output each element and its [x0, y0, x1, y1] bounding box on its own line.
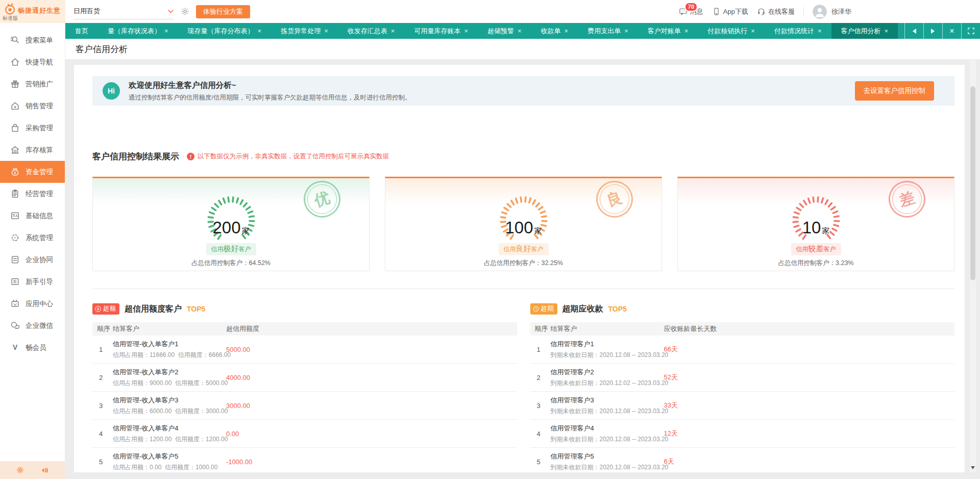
fullscreen-button[interactable]: [961, 23, 980, 39]
sidebar-item[interactable]: 经营管理: [0, 183, 65, 205]
tab[interactable]: 首页 ×: [65, 23, 98, 39]
sidebar-nav: 搜索菜单 快捷导航 营销推广 ¥ 销售管理: [0, 23, 65, 358]
sidebar-item[interactable]: 新 新手引导: [0, 271, 65, 293]
tab[interactable]: 收款单 ×: [531, 23, 578, 39]
seal-good-stamp: 良: [592, 176, 638, 223]
sample-data-notice: ! 以下数据仅为示例，非真实数据，设置了信用控制后可展示真实数据: [187, 152, 389, 161]
tab-close-icon[interactable]: ×: [751, 27, 755, 35]
tab-close-icon[interactable]: ×: [324, 27, 328, 35]
brand-edition: 标准版: [3, 15, 18, 22]
seal-poor-stamp: 差: [884, 176, 930, 223]
topbar-right: 消息 70 App下载 在线客服 徐泽华: [679, 0, 851, 23]
messages-button[interactable]: 消息 70: [679, 7, 703, 16]
sidebar-item[interactable]: V 畅会员: [0, 337, 65, 358]
share-text: 占总信用控制客户：32.25%: [385, 259, 662, 268]
credit-cards: 200家 信用极好客户 占总信用控制客户：64.52% 优 100家 信用良好客: [92, 177, 954, 271]
over-credit-badge: ¥超额: [92, 303, 119, 315]
sidebar-item[interactable]: 快捷导航: [0, 51, 65, 73]
app-download-button[interactable]: App下载: [712, 7, 748, 16]
brand-logo-icon: [4, 3, 16, 15]
sidebar-item[interactable]: 企业微信: [0, 315, 65, 337]
industry-solution-button[interactable]: 体验行业方案: [196, 5, 250, 18]
phone-icon: [712, 7, 721, 16]
scroll-down-arrow[interactable]: [971, 466, 975, 471]
sidebar-item[interactable]: A 基础信息: [0, 205, 65, 227]
setup-credit-control-button[interactable]: 去设置客户信用控制: [855, 81, 935, 101]
online-service-button[interactable]: 在线客服: [757, 7, 795, 16]
content-panel: Hi 欢迎使用好生意客户信用分析~ 通过控制结算客户的信用额度/信用期限，可实时…: [74, 65, 965, 472]
tab-scroll-right-button[interactable]: [923, 23, 942, 39]
tab[interactable]: 客户对账单 ×: [638, 23, 698, 39]
sidebar-item[interactable]: 营销推广: [0, 73, 65, 95]
vertical-scrollbar[interactable]: [970, 60, 976, 472]
org-select[interactable]: 日用百货: [74, 4, 174, 19]
tab-close-icon[interactable]: ×: [464, 27, 468, 35]
chevron-down-icon: [168, 10, 174, 13]
gauge: 10家: [787, 196, 846, 247]
divider: [92, 289, 954, 289]
tab[interactable]: 付款核销执行 ×: [698, 23, 765, 39]
top5-label: TOP5: [187, 305, 205, 313]
table-title: 超期应收款: [562, 304, 603, 315]
credit-level-badge: 信用较差客户: [791, 243, 841, 255]
table-title: 超信用额度客户: [125, 304, 182, 315]
sidebar-item[interactable]: 库存核算: [0, 139, 65, 161]
sidebar-item-icon: [10, 145, 20, 155]
settings-gear-icon[interactable]: [16, 466, 24, 474]
share-text: 占总信用控制客户：64.52%: [93, 259, 369, 268]
sidebar-item[interactable]: 企业协同: [0, 249, 65, 271]
tab-close-icon[interactable]: ×: [624, 27, 628, 35]
gauge: 200家: [202, 196, 261, 247]
topbar: 畅捷通好生意 标准版 日用百货 体验行业方案 消息 70: [0, 0, 980, 23]
sidebar-item-icon: [10, 123, 20, 133]
tab[interactable]: 付款情况统计 ×: [765, 23, 831, 39]
settings-gear-icon[interactable]: [181, 7, 189, 16]
overdue-badge: 超期: [530, 303, 557, 315]
tab[interactable]: 拣货异常处理 ×: [271, 23, 338, 39]
table-row: 1 信用管理-收入单客户1 信用占用额：11666.00 信用额度：6666.0…: [92, 336, 517, 364]
sidebar-item[interactable]: ¥ 销售管理: [0, 95, 65, 117]
sidebar-item[interactable]: 系统管理: [0, 227, 65, 249]
tab[interactable]: 现存量（库存分布表） ×: [178, 23, 272, 39]
sidebar-item-icon: 新: [10, 277, 20, 286]
sidebar-item[interactable]: 搜索菜单: [0, 29, 65, 51]
collapse-sidebar-icon[interactable]: [40, 467, 48, 474]
tab-close-icon[interactable]: ×: [818, 27, 822, 35]
hi-icon: Hi: [103, 82, 120, 100]
content-area: Hi 欢迎使用好生意客户信用分析~ 通过控制结算客户的信用额度/信用期限，可实时…: [65, 59, 980, 479]
tab[interactable]: 费用支出单 ×: [578, 23, 638, 39]
user-name: 徐泽华: [831, 7, 851, 16]
sidebar-item-icon: [10, 233, 20, 243]
credit-card-poor: 10家 信用较差客户 占总信用控制客户：3.23% 差: [677, 177, 954, 271]
yen-circle-icon: ¥: [95, 306, 101, 312]
warning-icon: !: [187, 153, 194, 160]
avatar[interactable]: [813, 5, 827, 19]
sidebar-item[interactable]: ¥ 资金管理: [0, 161, 65, 183]
sidebar-item-icon: [10, 57, 20, 67]
over-credit-table: ¥超额 超信用额度客户 TOP5 顺序 结算客户 超信用额度: [92, 302, 517, 472]
sidebar-item[interactable]: 采购管理: [0, 117, 65, 139]
scrollbar-thumb[interactable]: [970, 86, 975, 280]
svg-text:A: A: [15, 213, 18, 218]
credit-card-good: 100家 信用良好客户 占总信用控制客户：32.25% 良: [385, 177, 662, 271]
close-all-tabs-button[interactable]: ×: [942, 23, 961, 39]
clock-icon: [533, 306, 539, 312]
tab[interactable]: 超储预警 ×: [478, 23, 531, 39]
tab-close-icon[interactable]: ×: [258, 27, 262, 35]
tab-close-icon[interactable]: ×: [885, 27, 889, 35]
tab[interactable]: 收发存汇总表 ×: [338, 23, 405, 39]
table-row: 2 信用管理-收入单客户2 信用占用额：9000.00 信用额度：5000.00…: [92, 364, 517, 392]
tab-strip: 首页 × 量（库存状况表） × 现存量（库存分布表） ×: [65, 23, 904, 39]
tab-close-icon[interactable]: ×: [518, 27, 522, 35]
sidebar-item[interactable]: 应用中心: [0, 293, 65, 315]
tab-close-icon[interactable]: ×: [565, 27, 569, 35]
tab[interactable]: 客户信用分析 ×: [831, 23, 898, 39]
app-logo: 畅捷通好生意 标准版: [0, 0, 65, 23]
tab-scroll-left-button[interactable]: [904, 23, 923, 39]
tab-close-icon[interactable]: ×: [391, 27, 395, 35]
tab-close-icon[interactable]: ×: [164, 27, 168, 35]
tab-close-icon[interactable]: ×: [684, 27, 689, 35]
tab[interactable]: 可用量库存账本 ×: [404, 23, 478, 39]
tab[interactable]: 量（库存状况表） ×: [98, 23, 178, 39]
headset-icon: [757, 7, 766, 16]
